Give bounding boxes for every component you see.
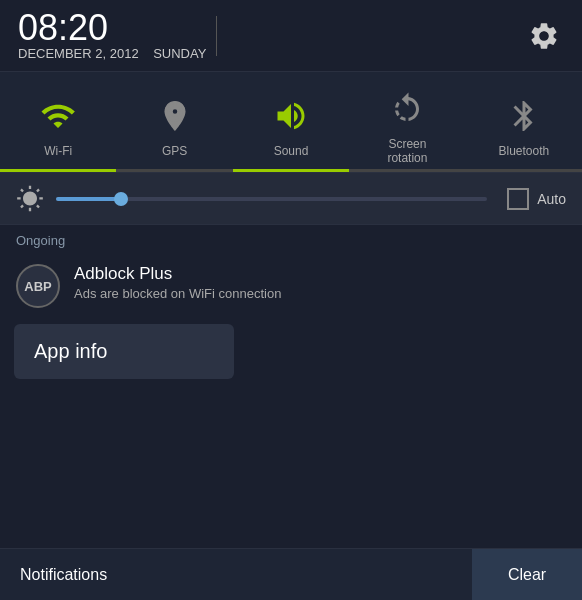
notifications-tab[interactable]: Notifications	[0, 549, 472, 600]
notification-text: Adblock Plus Ads are blocked on WiFi con…	[74, 264, 281, 301]
wifi-toggle[interactable]: Wi-Fi	[0, 72, 116, 172]
status-bar: 08:20 DECEMBER 2, 2012 SUNDAY	[0, 0, 582, 72]
bottom-bar: Notifications Clear	[0, 548, 582, 600]
quick-toggles: Wi-Fi GPS Sound Screenrota	[0, 72, 582, 173]
time-display: 08:20	[18, 10, 206, 46]
wifi-label: Wi-Fi	[44, 144, 72, 158]
brightness-bar: Auto	[0, 173, 582, 225]
time-block: 08:20 DECEMBER 2, 2012 SUNDAY	[18, 10, 206, 61]
rotation-toggle[interactable]: Screenrotation	[349, 72, 465, 172]
notification-item: ABP Adblock Plus Ads are blocked on WiFi…	[0, 254, 582, 318]
brightness-icon	[16, 185, 44, 213]
notification-description: Ads are blocked on WiFi connection	[74, 286, 281, 301]
sound-label: Sound	[274, 144, 309, 158]
gps-toggle[interactable]: GPS	[116, 72, 232, 172]
date-display: DECEMBER 2, 2012 SUNDAY	[18, 46, 206, 61]
brightness-fill	[56, 197, 121, 201]
auto-brightness-label: Auto	[507, 188, 566, 210]
clear-button[interactable]: Clear	[472, 549, 582, 600]
settings-button[interactable]	[524, 16, 564, 56]
ongoing-header: Ongoing	[0, 225, 582, 254]
wifi-indicator	[0, 169, 116, 172]
gear-icon	[528, 20, 560, 52]
gps-label: GPS	[162, 144, 187, 158]
sound-toggle[interactable]: Sound	[233, 72, 349, 172]
sound-indicator	[233, 169, 349, 172]
svg-point-0	[171, 108, 179, 116]
bluetooth-indicator	[466, 169, 582, 172]
rotation-icon	[385, 87, 429, 131]
rotation-label: Screenrotation	[387, 137, 427, 166]
abp-icon: ABP	[16, 264, 60, 308]
gps-icon	[153, 94, 197, 138]
rotation-indicator	[349, 169, 465, 172]
bluetooth-icon	[502, 94, 546, 138]
brightness-slider[interactable]	[56, 197, 487, 201]
status-divider	[216, 16, 217, 56]
notification-title: Adblock Plus	[74, 264, 281, 284]
bluetooth-label: Bluetooth	[498, 144, 549, 158]
bluetooth-toggle[interactable]: Bluetooth	[466, 72, 582, 172]
sound-icon	[269, 94, 313, 138]
notifications-section: Ongoing ABP Adblock Plus Ads are blocked…	[0, 225, 582, 379]
brightness-thumb	[114, 192, 128, 206]
app-info-button[interactable]: App info	[14, 324, 234, 379]
gps-indicator	[116, 169, 232, 172]
auto-brightness-checkbox[interactable]	[507, 188, 529, 210]
wifi-icon	[36, 94, 80, 138]
